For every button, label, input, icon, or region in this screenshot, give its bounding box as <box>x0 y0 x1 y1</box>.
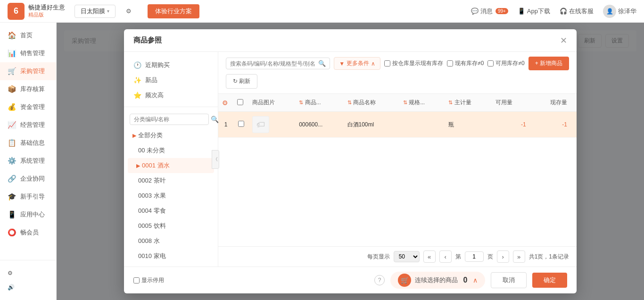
user-menu[interactable]: 👤 徐泽华 <box>603 5 636 18</box>
warehouse-checkbox-label[interactable]: 按仓库显示现有库存 <box>384 59 443 67</box>
show-disabled-label[interactable]: 显示停用 <box>133 276 164 284</box>
support-btn[interactable]: 🎧 在线客服 <box>560 7 594 16</box>
select-all-checkbox[interactable] <box>237 99 243 105</box>
sidebar-label-collab: 企业协同 <box>20 175 45 183</box>
modal-close-btn[interactable]: ✕ <box>560 36 567 45</box>
warehouse-checkbox[interactable] <box>384 60 390 67</box>
sidebar-item-inventory[interactable]: 📦 库存核算 <box>0 80 56 98</box>
more-filter-btn[interactable]: ▼ 更多条件 ∧ <box>334 57 380 70</box>
sidebar-item-finance[interactable]: 💰 资金管理 <box>0 98 56 116</box>
available-stock-checkbox-label[interactable]: 可用库存≠0 <box>487 59 524 67</box>
trial-btn[interactable]: 体验行业方案 <box>148 4 199 18</box>
cat-tea-label: 0002 茶叶 <box>138 176 166 185</box>
col-name[interactable]: ⇅ 商品名称 <box>344 94 399 112</box>
sort-icon-2: ⇅ <box>347 100 352 105</box>
next-page-btn[interactable]: › <box>497 250 509 263</box>
quick-frequent[interactable]: ⭐ 频次高 <box>130 88 212 103</box>
available-stock-label: 可用库存≠0 <box>495 59 524 67</box>
show-disabled-checkbox[interactable] <box>133 277 140 283</box>
sidebar-item-sales[interactable]: 📊 销售管理 <box>0 44 56 62</box>
logo-sub: 精品版 <box>28 11 65 18</box>
quick-new-products[interactable]: ✨ 新品 <box>130 73 212 88</box>
cat-all-label: 全部分类 <box>138 131 163 140</box>
first-page-btn[interactable]: « <box>423 250 436 263</box>
store-selector[interactable]: 日太阳膜 ▾ <box>74 5 116 18</box>
guide-icon: 🎓 <box>8 192 17 201</box>
app-download-btn[interactable]: 📱 App下载 <box>518 7 550 16</box>
cat-alcohol-label: 0001 酒水 <box>142 161 170 170</box>
cat-alcohol[interactable]: ▶ 0001 酒水 <box>128 158 214 173</box>
sidebar-settings-btn[interactable]: ⚙ <box>0 266 56 280</box>
page-size-select[interactable]: 50 10 20 100 <box>394 251 420 262</box>
cat-appliance[interactable]: 0010 家电 <box>128 249 214 261</box>
confirm-btn[interactable]: 确定 <box>532 273 567 288</box>
col-spec[interactable]: ⇅ 规格... <box>399 94 445 112</box>
sidebar-label-sales: 销售管理 <box>20 49 45 58</box>
available-stock-checkbox[interactable] <box>487 60 494 67</box>
arrow-icon-2: ▶ <box>136 163 140 169</box>
col-image: 商品图片 <box>248 94 295 112</box>
sort-icon-3: ⇅ <box>403 100 407 105</box>
sidebar-label-system: 系统管理 <box>20 157 45 165</box>
current-stock-checkbox[interactable] <box>447 60 453 67</box>
home-icon: 🏠 <box>8 31 17 40</box>
category-search-icon[interactable]: 🔍 <box>211 116 219 123</box>
table-row[interactable]: 1 🏷 000600... <box>218 112 577 138</box>
current-stock-checkbox-label[interactable]: 现有库存≠0 <box>447 59 484 67</box>
pagination-bar: 每页显示 50 10 20 100 « ‹ 第 页 <box>218 246 577 267</box>
cat-all[interactable]: ▶ 全部分类 <box>128 128 214 143</box>
col-checkbox <box>233 94 248 112</box>
filter-icon: ▼ <box>339 60 345 67</box>
quick-recent-label: 近期购买 <box>145 61 170 69</box>
sidebar-sound-btn[interactable]: 🔊 <box>0 280 56 294</box>
add-product-btn[interactable]: + 新增商品 <box>528 57 569 70</box>
quick-recent-purchase[interactable]: 🕐 近期购买 <box>130 58 212 73</box>
arrow-icon: ▶ <box>132 133 136 139</box>
store-name: 日太阳膜 <box>81 7 105 16</box>
row-index: 1 <box>218 112 233 138</box>
sidebar-item-guide[interactable]: 🎓 新手引导 <box>0 188 56 206</box>
cat-snack[interactable]: 0004 零食 <box>128 203 214 218</box>
right-toolbar: 🔍 ▼ 更多条件 ∧ 按仓库显示现有库存 <box>218 52 577 94</box>
row-checkbox[interactable] <box>238 121 244 127</box>
col-code[interactable]: ⇅ 商品... <box>295 94 343 112</box>
sidebar-label-member: 畅会员 <box>20 228 39 237</box>
category-search-input[interactable] <box>130 114 209 125</box>
cat-fruit[interactable]: 0003 水果 <box>128 188 214 203</box>
cancel-btn[interactable]: 取消 <box>491 272 527 288</box>
cat-drink[interactable]: 0005 饮料 <box>128 218 214 233</box>
cat-water[interactable]: 0008 水 <box>128 233 214 249</box>
sidebar-item-apps[interactable]: 📱 应用中心 <box>0 206 56 224</box>
messages-btn[interactable]: 💬 消息 99+ <box>471 7 508 16</box>
member-icon: ⭕ <box>8 228 17 237</box>
help-icon[interactable]: ? <box>374 275 385 285</box>
sidebar-item-collab[interactable]: 🔗 企业协同 <box>0 170 56 188</box>
sidebar-item-purchase[interactable]: 🛒 采购管理 <box>0 62 56 80</box>
apps-icon: 📱 <box>8 210 17 219</box>
settings-icon-btn[interactable]: ⚙ <box>121 4 136 19</box>
sidebar-item-basic[interactable]: 📋 基础信息 <box>0 134 56 152</box>
sidebar-item-system[interactable]: ⚙️ 系统管理 <box>0 152 56 170</box>
message-icon: 💬 <box>471 8 479 15</box>
collab-icon: 🔗 <box>8 175 17 183</box>
cat-unclassified[interactable]: 00 未分类 <box>128 143 214 158</box>
business-icon: 📈 <box>8 121 17 129</box>
username: 徐泽华 <box>618 7 636 16</box>
cat-tea[interactable]: 0002 茶叶 <box>128 173 214 188</box>
category-tree: ▶ 全部分类 00 未分类 ▶ 0001 酒水 0002 茶 <box>124 128 218 261</box>
sidebar-item-member[interactable]: ⭕ 畅会员 <box>0 224 56 242</box>
current-stock-label: 现有库存≠0 <box>455 59 484 67</box>
star-icon: ⭐ <box>133 92 141 99</box>
sidebar-item-home[interactable]: 🏠 首页 <box>0 26 56 44</box>
page-input[interactable] <box>465 251 484 262</box>
refresh-product-btn[interactable]: ↻ 刷新 <box>226 74 257 89</box>
product-search-input[interactable] <box>230 60 316 67</box>
table-settings-icon[interactable]: ⚙ <box>222 99 228 107</box>
last-page-btn[interactable]: » <box>513 250 525 263</box>
col-unit[interactable]: ⇅ 主计量 <box>445 94 492 112</box>
cart-icon: 🛒 <box>398 274 411 287</box>
sidebar-item-business[interactable]: 📈 经营管理 <box>0 116 56 134</box>
prev-page-btn[interactable]: ‹ <box>439 250 452 263</box>
cart-select-area[interactable]: 🛒 连续选择的商品 0 ∧ <box>390 272 485 289</box>
left-panel: 🕐 近期购买 ✨ 新品 ⭐ 频次高 <box>124 52 218 267</box>
